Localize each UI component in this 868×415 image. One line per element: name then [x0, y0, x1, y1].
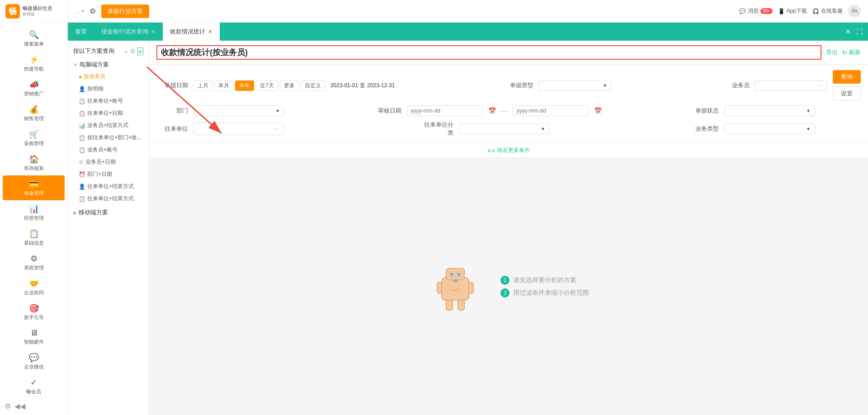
date-btn-this-month[interactable]: 本月 — [214, 80, 233, 91]
topbar-gear-icon[interactable]: ⚙ — [90, 7, 96, 15]
svg-rect-9 — [446, 300, 453, 310]
tree-desktop-root[interactable]: ▼ 电脑端方案 — [68, 59, 149, 71]
query-button[interactable]: 查询 — [833, 70, 861, 84]
results-hint: 1 请先选择要分析的方案 2 用过滤条件来缩小分析范围 — [500, 276, 589, 297]
tree-item-by-detail[interactable]: 👤 按明细 — [68, 83, 149, 95]
tab-collection-stats-close-icon[interactable]: ✕ — [208, 28, 212, 35]
by-detail-icon: 👤 — [79, 86, 85, 92]
sidebar-item-marketing[interactable]: 📣 营销推广 — [0, 76, 67, 101]
collapse-icon: ∧∧ — [487, 147, 495, 154]
right-content: 收款情况统计(按业务员) ↑ 导出 ↻ 刷新 单据日期 — [149, 41, 868, 415]
scheme-collapse-icon[interactable]: « — [137, 47, 143, 55]
sidebar-item-enterprise[interactable]: 🤝 企业协同 — [0, 275, 67, 300]
sidebar-item-wechat[interactable]: 💬 企业微信 — [0, 349, 67, 374]
partner-category-select[interactable]: ▾ — [459, 123, 549, 134]
logo-area: 畅 畅捷通好生意 标准版 — [0, 0, 67, 23]
guide-icon: 🎯 — [29, 303, 39, 313]
tree-item-salesperson-account[interactable]: 📋 业务员+账号 — [68, 144, 149, 156]
breadcrumb: ... ▾ — [75, 8, 84, 14]
date-btn-this-year[interactable]: 本年 — [235, 80, 254, 91]
refresh-button[interactable]: ↻ 刷新 — [842, 48, 861, 57]
tree-item-partner-dept-collect[interactable]: 📋 按往来单位+部门+收... — [68, 132, 149, 144]
tab-bar: 首页 现金银行流水查询 ✕ 收款情况统计 ✕ ✕ ⛶ — [68, 23, 868, 41]
left-panel: 按以下方案查询 + ⚙ « ▼ 电脑端方案 ● 按业务员 👤 — [68, 41, 149, 415]
tree-item-partner-account[interactable]: 📋 往来单位+账号 — [68, 95, 149, 107]
dept-date-label: 部门+日期 — [87, 170, 112, 178]
messages-action[interactable]: 💬 消息 99+ — [739, 7, 773, 15]
doc-status-select[interactable]: ▾ — [724, 105, 815, 116]
app-download-action[interactable]: 📱 App下载 — [778, 7, 807, 15]
tree-item-by-salesperson[interactable]: ● 按业务员 — [68, 71, 149, 83]
tab-bank-flow[interactable]: 现金银行流水查询 ✕ — [94, 23, 163, 41]
settings-button[interactable]: 设置 — [833, 86, 861, 101]
tab-home[interactable]: 首页 — [68, 23, 94, 41]
user-avatar[interactable]: Rit — [848, 5, 861, 18]
tab-collection-stats-label: 收款情况统计 — [170, 28, 205, 36]
trial-button[interactable]: 体验行业方案 — [101, 5, 149, 18]
tab-collection-stats[interactable]: 收款情况统计 ✕ — [163, 23, 220, 41]
salesperson-select[interactable]: ··· — [755, 80, 827, 91]
sidebar-collapse-icon[interactable]: ◀◀ — [14, 402, 25, 410]
review-date-start-cal-icon[interactable]: 📅 — [488, 107, 496, 114]
hint-num-1: 1 — [500, 276, 509, 285]
review-date-end-input[interactable] — [513, 105, 589, 116]
customer-service-action[interactable]: 🎧 在线客服 — [812, 7, 843, 15]
date-label: 单据日期 — [156, 81, 188, 90]
messages-label: 消息 — [748, 7, 759, 15]
search-menu-icon: 🔍 — [29, 30, 39, 40]
sidebar-item-finance[interactable]: 💳 资金管理 — [3, 175, 65, 200]
scheme-settings-icon[interactable]: ⚙ — [130, 47, 136, 55]
review-date-end-cal-icon[interactable]: 📅 — [594, 107, 602, 114]
salesperson-account-icon: 📋 — [79, 147, 85, 153]
sidebar-item-inventory[interactable]: 🏠 库存核算 — [0, 151, 67, 175]
partner-dept-collect-icon: 📋 — [79, 135, 85, 141]
tree-item-partner-date[interactable]: 📋 往来单位+日期 — [68, 107, 149, 119]
tab-expand-icon[interactable]: ⛶ — [856, 28, 863, 35]
tab-close-all-icon[interactable]: ✕ — [845, 28, 851, 35]
sidebar-item-purchase[interactable]: 🛒 采购管理 — [0, 126, 67, 151]
hint-item-2: 2 用过滤条件来缩小分析范围 — [500, 288, 589, 297]
system-icon: ⚙ — [30, 254, 38, 264]
partner-select[interactable]: ··· — [193, 123, 284, 135]
sidebar-item-base-info[interactable]: 📋 基础信息 — [0, 225, 67, 250]
add-scheme-icon[interactable]: + — [124, 47, 128, 55]
sidebar-item-guide[interactable]: 🎯 新手引导 — [0, 300, 67, 325]
doc-type-select[interactable]: ▾ — [539, 80, 611, 91]
tree-item-dept-date[interactable]: ⏰ 部门+日期 — [68, 168, 149, 180]
review-date-start-input[interactable] — [407, 105, 483, 116]
hint-item-1: 1 请先选择要分析的方案 — [500, 276, 576, 285]
quick-nav-icon: ⚡ — [29, 55, 39, 65]
date-btn-last-month[interactable]: 上月 — [193, 80, 212, 91]
sidebar-item-operations[interactable]: 📊 经营管理 — [0, 200, 67, 225]
sidebar-item-quick-nav[interactable]: ⚡ 快捷导航 — [0, 51, 67, 76]
tree-item-salesperson-settlement[interactable]: 📊 业务员+结算方式 — [68, 119, 149, 132]
tree-item-partner-settlement1[interactable]: 👤 往来单位+结算方式 — [68, 180, 149, 193]
sidebar-item-hardware[interactable]: 🖥 智能硬件 — [0, 325, 67, 349]
sidebar-item-sales[interactable]: 💰 销售管理 — [0, 101, 67, 126]
collapse-bar[interactable]: ∧∧ 收起更多条件 — [149, 143, 868, 158]
tab-bank-flow-close-icon[interactable]: ✕ — [151, 28, 156, 35]
breadcrumb-chevron: ▾ — [81, 8, 84, 14]
tree-mobile-root[interactable]: ▶ 移动端方案 — [68, 207, 149, 218]
date-end: 2023-12-31 — [367, 82, 395, 89]
sidebar-item-system[interactable]: ⚙ 系统管理 — [0, 250, 67, 275]
partner-dept-collect-label: 按往来单位+部门+收... — [87, 134, 142, 141]
date-btn-7days[interactable]: 近7天 — [256, 80, 278, 91]
date-btn-custom[interactable]: 自定义 — [301, 80, 325, 91]
finance-icon: 💳 — [29, 179, 39, 189]
sidebar: 畅 畅捷通好生意 标准版 🔍 搜索菜单 ⚡ 快捷导航 📣 营销推广 💰 销售管理… — [0, 0, 68, 415]
svg-rect-7 — [437, 282, 442, 293]
export-button[interactable]: ↑ 导出 — [821, 48, 838, 57]
tree-item-salesperson-date[interactable]: ⚙ 业务员+日期 — [68, 156, 149, 168]
results-area: 1 请先选择要分析的方案 2 用过滤条件来缩小分析范围 — [149, 158, 868, 415]
dept-select[interactable]: ▾ — [193, 105, 284, 116]
sidebar-item-member[interactable]: ✓ 畅会员 — [0, 374, 67, 397]
messages-badge: 99+ — [760, 8, 773, 14]
salesperson-label: 业务员 — [718, 81, 750, 90]
biz-type-select[interactable]: ▾ — [724, 123, 815, 134]
sidebar-settings-icon[interactable]: ⚙ — [5, 402, 11, 410]
date-btn-more[interactable]: 更多 — [280, 80, 299, 91]
operations-icon: 📊 — [29, 204, 39, 214]
sidebar-item-search-menu[interactable]: 🔍 搜索菜单 — [0, 26, 67, 51]
tree-item-partner-settlement2[interactable]: 📋 往来单位+结算方式 — [68, 193, 149, 205]
